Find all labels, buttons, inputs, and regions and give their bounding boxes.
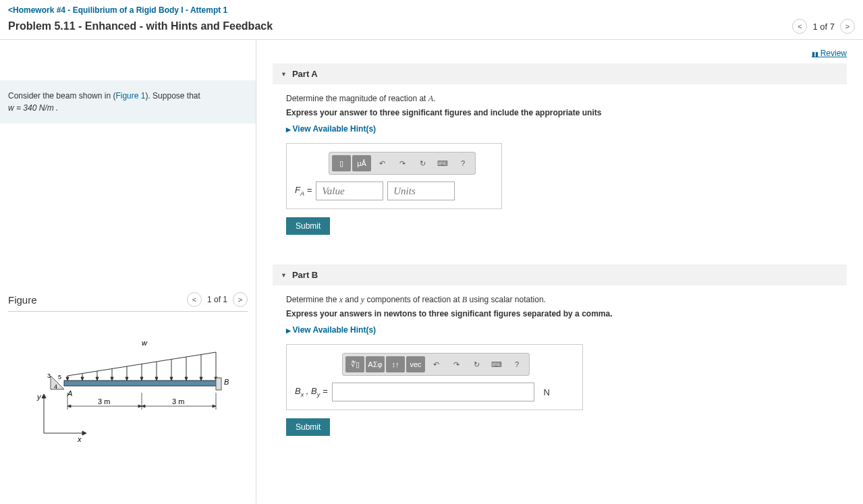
problem-prompt: Consider the beam shown in (Figure 1). S… [0,80,256,123]
keyboard-icon[interactable]: ⌨ [487,356,506,372]
beam-diagram: w 3 5 4 A B [27,325,229,447]
right-panel: Review Part A Determine the magnitude of… [256,40,863,503]
redo-icon[interactable]: ↷ [393,155,412,171]
reset-icon[interactable]: ↻ [467,356,486,372]
left-panel: Consider the beam shown in (Figure 1). S… [0,40,256,503]
part-a-instruction: Express your answer to three significant… [286,108,833,117]
part-b-value-input[interactable] [332,383,534,401]
part-b-question: Determine the x and y components of reac… [286,295,833,305]
part-a-units-input[interactable] [387,181,455,200]
help-icon[interactable]: ? [453,155,472,171]
svg-text:4: 4 [54,383,57,390]
svg-text:3 m: 3 m [98,397,110,405]
part-a-value-input[interactable] [316,181,383,200]
part-b-var-label: Bx , By = [295,386,328,398]
figure-link[interactable]: Figure 1 [115,91,145,101]
part-a-var-label: FA = [295,185,312,197]
part-b-answer-box: ∜▯ ΑΣφ ↕↑ vec ↶ ↷ ↻ ⌨ ? Bx , By = N [286,344,583,410]
greek-icon[interactable]: ΑΣφ [366,356,385,372]
figure-title: Figure [8,294,37,306]
next-figure-button[interactable]: > [233,292,248,307]
review-link[interactable]: Review [812,49,847,58]
prev-problem-button[interactable]: < [792,19,807,34]
redo-icon[interactable]: ↷ [447,356,466,372]
root-icon[interactable]: ∜▯ [345,356,364,372]
part-b-instruction: Express your answers in newtons to three… [286,309,833,318]
svg-text:x: x [77,435,82,443]
breadcrumb-link[interactable]: <Homework #4 - Equilibrium of a Rigid Bo… [8,5,855,15]
vec-icon[interactable]: vec [406,356,425,372]
part-a-submit-button[interactable]: Submit [286,217,330,235]
part-a-hints-link[interactable]: View Available Hint(s) [286,124,833,134]
svg-rect-13 [64,381,219,386]
next-problem-button[interactable]: > [840,19,855,34]
part-a: Part A Determine the magnitude of reacti… [273,63,847,244]
part-a-toolbar: ▯ μÅ ↶ ↷ ↻ ⌨ ? [329,152,476,175]
part-b-header[interactable]: Part B [273,264,847,285]
template-icon[interactable]: ▯ [332,155,351,171]
problem-title: Problem 5.11 - Enhanced - with Hints and… [8,20,273,32]
svg-text:3 m: 3 m [172,397,184,405]
svg-text:y: y [36,393,42,401]
paging-text: 1 of 7 [812,22,835,32]
svg-rect-19 [216,378,221,390]
part-a-answer-box: ▯ μÅ ↶ ↷ ↻ ⌨ ? FA = [286,143,502,209]
svg-text:w: w [142,339,148,347]
help-icon[interactable]: ? [507,356,526,372]
part-a-header[interactable]: Part A [273,63,847,84]
page-header: <Homework #4 - Equilibrium of a Rigid Bo… [0,0,863,40]
part-a-question: Determine the magnitude of reaction at A… [286,94,833,104]
part-b-submit-button[interactable]: Submit [286,418,330,436]
part-b-hints-link[interactable]: View Available Hint(s) [286,325,833,335]
keyboard-icon[interactable]: ⌨ [433,155,452,171]
undo-icon[interactable]: ↶ [426,356,445,372]
figure-paging-text: 1 of 1 [207,295,227,304]
scripts-icon[interactable]: ↕↑ [386,356,405,372]
undo-icon[interactable]: ↶ [372,155,391,171]
units-icon[interactable]: μÅ [352,155,371,171]
svg-text:B: B [224,378,229,386]
part-b-toolbar: ∜▯ ΑΣφ ↕↑ vec ↶ ↷ ↻ ⌨ ? [342,353,530,376]
prompt-text: Consider the beam shown in ( [8,91,115,101]
problem-paging: < 1 of 7 > [792,19,855,34]
part-b: Part B Determine the x and y components … [273,264,847,445]
svg-text:3: 3 [47,372,51,379]
reset-icon[interactable]: ↻ [413,155,432,171]
prompt-text: ). Suppose that [145,91,200,101]
prompt-equation: w = 340 N/m . [8,103,58,113]
prev-figure-button[interactable]: < [187,292,202,307]
figure-section: Figure < 1 of 1 > [0,292,256,447]
svg-text:5: 5 [58,374,61,381]
part-b-unit-suffix: N [544,387,550,397]
